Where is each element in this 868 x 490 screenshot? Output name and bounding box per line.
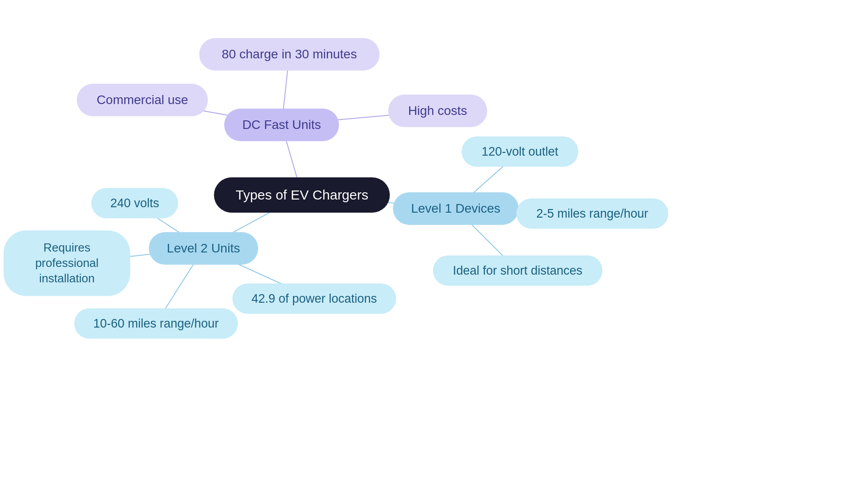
node-120-volt: 120-volt outlet xyxy=(462,137,578,167)
dc-fast-node: DC Fast Units xyxy=(224,109,339,141)
node-42-9-power: 42.9 of power locations xyxy=(232,284,396,314)
level1-node: Level 1 Devices xyxy=(393,192,519,225)
node-ideal-short-distances: Ideal for short distances xyxy=(433,256,603,286)
level2-node: Level 2 Units xyxy=(149,232,258,265)
node-commercial-use: Commercial use xyxy=(77,84,208,116)
node-10-60-miles: 10-60 miles range/hour xyxy=(74,309,238,339)
mind-map: Types of EV Chargers DC Fast Units 80 ch… xyxy=(0,0,868,490)
node-high-costs: High costs xyxy=(388,95,487,127)
node-240-volts: 240 volts xyxy=(91,188,178,219)
connections-svg xyxy=(0,0,868,490)
center-node: Types of EV Chargers xyxy=(214,177,390,213)
node-80-charge: 80 charge in 30 minutes xyxy=(199,38,380,71)
node-professional-install: Requires professional installation xyxy=(4,230,130,296)
node-2-5-miles: 2-5 miles range/hour xyxy=(516,199,668,229)
